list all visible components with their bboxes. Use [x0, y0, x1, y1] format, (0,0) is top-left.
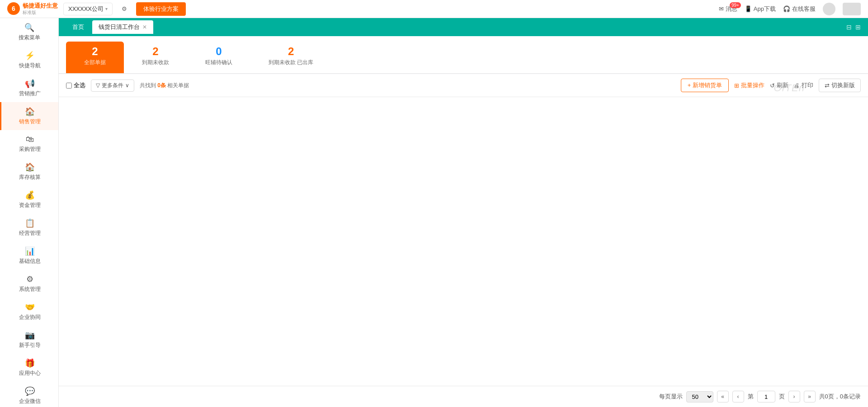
next-page-button[interactable]: ›: [788, 391, 800, 402]
company-selector[interactable]: XXXXXX公司 ▾: [63, 3, 113, 15]
guide-icon: 📷: [25, 330, 35, 340]
sidebar-basics-label: 基础信息: [19, 257, 41, 265]
purchase-icon: 🛍: [26, 135, 34, 144]
tab-home[interactable]: 首页: [66, 20, 90, 34]
sidebar-item-guide[interactable]: 📷 新手引导: [0, 326, 58, 354]
select-all-checkbox[interactable]: 全选: [66, 81, 85, 89]
basics-icon: 📊: [25, 246, 35, 256]
sales-icon: 🏠: [25, 107, 35, 117]
sidebar-collab-label: 企业协同: [19, 313, 41, 321]
first-page-button[interactable]: «: [717, 391, 729, 402]
sidebar-item-purchase[interactable]: 🛍 采购管理: [0, 130, 58, 158]
search-icon: 🔍: [24, 23, 34, 33]
tab-workbench[interactable]: 钱货日清工作台 ✕: [92, 20, 153, 34]
per-page-label: 每页显示: [659, 393, 683, 401]
stat-tab-all[interactable]: 2 全部单据: [66, 42, 124, 73]
tab-home-label: 首页: [72, 23, 84, 31]
collab-icon: 🤝: [25, 302, 35, 312]
match-prefix: 共找到: [140, 82, 156, 89]
sidebar-item-collab[interactable]: 🤝 企业协同: [0, 298, 58, 326]
sidebar-purchase-label: 采购管理: [19, 145, 41, 153]
page-number-input[interactable]: [757, 391, 775, 402]
sidebar-marketing-label: 营销推广: [19, 90, 41, 98]
print-icon: 🖨: [794, 82, 800, 89]
sidebar-item-search[interactable]: 🔍 搜索菜单: [0, 18, 58, 46]
stat-tab-wangfu[interactable]: 0 旺辅待确认: [187, 42, 250, 73]
quicknav-icon: ⚡: [25, 51, 35, 61]
chevron-down-icon: ▾: [105, 6, 108, 11]
sidebar-item-inventory[interactable]: 🏠 库存核算: [0, 158, 58, 186]
appcenter-icon: 🎁: [25, 358, 35, 368]
tab-bar: 首页 钱货日清工作台 ✕ ⊟ ⊞: [59, 18, 868, 36]
wechat-icon: 💬: [25, 386, 35, 396]
online-support-button[interactable]: 🎧 在线客服: [783, 5, 816, 13]
top-header: 6 畅捷通好生意 标准版 XXXXXX公司 ▾ ⚙ 体验行业方案 ✉ 消息 99…: [0, 0, 868, 18]
marketing-icon: 📢: [25, 79, 35, 89]
sidebar-item-quicknav[interactable]: ⚡ 快捷导航: [0, 46, 58, 74]
settings-button[interactable]: ⚙: [118, 3, 131, 15]
refresh-label: 刷新: [777, 81, 788, 89]
stats-tabs: 2 全部单据 2 到期未收款 0 旺辅待确认 2 到期未收款 已出库: [59, 36, 868, 74]
sidebar-search-label: 搜索菜单: [19, 34, 40, 42]
support-icon: 🎧: [783, 5, 790, 12]
toolbar-right: + 新增销货单 ⊞ 批量操作 ↺ 刷新 🖨 打印 ⇄: [681, 79, 861, 92]
sidebar-item-operations[interactable]: 📋 经营管理: [0, 214, 58, 242]
online-support-label: 在线客服: [792, 5, 816, 13]
header-right: ✉ 消息 99+ 📱 App下载 🎧 在线客服: [719, 3, 861, 15]
print-button[interactable]: 🖨 打印: [794, 81, 813, 89]
print-label: 打印: [802, 81, 813, 89]
match-suffix: 相关单据: [167, 82, 189, 89]
batch-ops-button[interactable]: ⊞ 批量操作: [734, 81, 764, 89]
inventory-icon: 🏠: [25, 162, 35, 172]
page-suffix: 页: [779, 393, 785, 401]
app-download-button[interactable]: 📱 App下载: [745, 5, 776, 13]
sidebar-item-system[interactable]: ⚙ 系统管理: [0, 270, 58, 298]
user-menu[interactable]: [843, 3, 861, 15]
stat-tab-shipped[interactable]: 2 到期未收款 已出库: [250, 42, 331, 73]
logo-sub: 标准版: [23, 9, 58, 15]
experience-button[interactable]: 体验行业方案: [136, 2, 186, 16]
per-page-select[interactable]: 50 100 200: [686, 391, 713, 402]
refresh-icon: ↺: [770, 82, 775, 89]
pagination-bar: 每页显示 50 100 200 « ‹ 第 页 › » 共0页，0条记录: [59, 386, 868, 407]
stat-tab-overdue[interactable]: 2 到期未收款: [124, 42, 187, 73]
prev-page-button[interactable]: ‹: [732, 391, 744, 402]
batch-icon: ⊞: [734, 82, 739, 89]
avatar[interactable]: [823, 3, 835, 15]
company-name: XXXXXX公司: [68, 5, 104, 13]
sidebar-item-basics[interactable]: 📊 基础信息: [0, 242, 58, 270]
sidebar-item-sales[interactable]: 🏠 销售管理: [0, 102, 58, 130]
message-button[interactable]: ✉ 消息 99+: [719, 5, 737, 13]
select-all-label: 全选: [74, 81, 85, 89]
app-download-label: App下载: [754, 5, 776, 13]
switch-version-button[interactable]: ⇄ 切换新版: [819, 79, 861, 92]
refresh-button[interactable]: ↺ 刷新: [770, 81, 788, 89]
tab-minimize-button[interactable]: ⊟: [846, 23, 852, 31]
switch-label: 切换新版: [831, 81, 855, 89]
toolbar: 全选 ▽ 更多条件 ∨ 共找到 0条 相关单据 + 新增销货单 ⊞ 批量操作: [59, 74, 868, 97]
operations-icon: 📋: [25, 218, 35, 228]
page-content: 2 全部单据 2 到期未收款 0 旺辅待确认 2 到期未收款 已出库: [59, 36, 868, 407]
sidebar-guide-label: 新手引导: [19, 342, 41, 349]
sidebar-appcenter-label: 应用中心: [19, 370, 41, 377]
stat-shipped-count: 2: [288, 45, 294, 58]
sidebar-item-wechat[interactable]: 💬 企业微信: [0, 382, 58, 407]
stat-all-label: 全部单据: [84, 59, 106, 66]
tab-close-icon[interactable]: ✕: [142, 24, 147, 30]
logo-text: 畅捷通好生意 标准版: [23, 2, 58, 16]
new-order-button[interactable]: + 新增销货单: [681, 79, 729, 92]
sidebar-item-finance[interactable]: 💰 资金管理: [0, 186, 58, 214]
filter-label: 更多条件: [102, 82, 123, 89]
sidebar-system-label: 系统管理: [19, 285, 41, 293]
match-count: 0条: [157, 82, 166, 89]
switch-icon: ⇄: [825, 82, 830, 89]
sidebar-item-marketing[interactable]: 📢 营销推广: [0, 74, 58, 102]
logo-area: 6 畅捷通好生意 标准版: [7, 2, 58, 16]
tab-expand-button[interactable]: ⊞: [855, 23, 861, 31]
page-prefix: 第: [748, 393, 754, 401]
more-filter-button[interactable]: ▽ 更多条件 ∨: [91, 80, 134, 92]
stat-wangfu-count: 0: [216, 45, 222, 58]
select-all-input[interactable]: [66, 83, 72, 89]
last-page-button[interactable]: »: [804, 391, 816, 402]
sidebar-item-appcenter[interactable]: 🎁 应用中心: [0, 354, 58, 382]
